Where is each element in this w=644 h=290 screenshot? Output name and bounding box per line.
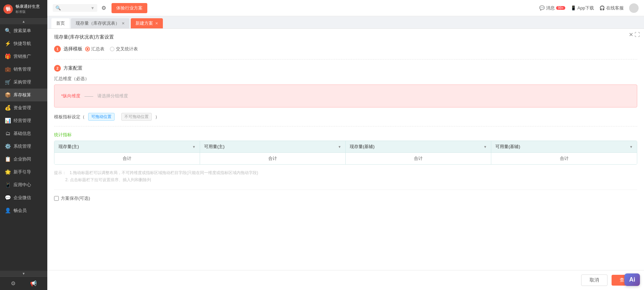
sidebar-item-label: 基础信息 (14, 130, 31, 137)
sidebar-item-apps[interactable]: 📱 应用中心 (0, 178, 47, 191)
sidebar-item-label: 快捷导航 (14, 41, 31, 47)
window-controls: ✕ ⛶ (625, 29, 644, 41)
user-avatar[interactable] (629, 3, 639, 13)
service-btn[interactable]: 🎧 在线客服 (599, 5, 624, 11)
sidebar-item-label: 畅会员 (14, 208, 27, 214)
sidebar-scroll-down[interactable]: ▼ (0, 271, 47, 276)
trial-btn[interactable]: 体验行业方案 (112, 3, 147, 13)
chart-icon: 📊 (5, 118, 11, 124)
tabbar: 首页 现存量（库存状况表） ✕ 新建方案 ✕ (47, 16, 644, 29)
sidebar-item-finance[interactable]: 💰 资金管理 (0, 101, 47, 114)
sidebar-item-label: 企业微信 (14, 195, 31, 201)
hint-2: 2. 点击标题栏下拉可设置排序、插入列和删除列 (54, 177, 637, 183)
box-icon: 📦 (5, 92, 11, 98)
sidebar-item-label: 资金管理 (14, 105, 31, 111)
cart-icon: 🛒 (5, 79, 11, 85)
sidebar-scroll-up[interactable]: ▲ (0, 19, 47, 24)
search-chevron-icon[interactable]: ▼ (91, 6, 95, 10)
star-icon: 🌟 (5, 169, 11, 175)
settings-footer-icon[interactable]: ⚙ (11, 280, 16, 287)
sidebar-item-shortcut[interactable]: ⚡ 快捷导航 (0, 37, 47, 50)
dimension-placeholder: 请选择分组维度 (97, 93, 128, 99)
col4-label: 可用量(基辅) (495, 144, 520, 150)
radio-summary-label: 汇总表 (91, 46, 104, 52)
tab-home[interactable]: 首页 (51, 18, 70, 28)
gift-icon: 🎁 (5, 53, 11, 59)
sidebar-item-inventory[interactable]: 📦 库存核算 (0, 89, 47, 101)
radio-summary[interactable]: 汇总表 (85, 46, 104, 52)
sidebar-item-wechat[interactable]: 💬 企业微信 (0, 191, 47, 204)
sidebar-item-contract[interactable]: 📋 企业协同 (0, 153, 47, 166)
tab-new-scheme[interactable]: 新建方案 ✕ (131, 18, 163, 28)
speaker-icon[interactable]: 📢 (30, 280, 37, 287)
content-area: ✕ ⛶ 现存量(库存状况表)方案设置 1 选择模板 汇总表 交叉统计表 (47, 29, 644, 270)
search-magnifier-icon: 🔍 (55, 5, 61, 10)
indicator-end: ） (155, 114, 159, 120)
save-label: 方案保存(可选) (61, 195, 90, 201)
sidebar-item-purchase[interactable]: 🛒 采购管理 (0, 76, 47, 89)
indicator-fixed: 不可拖动位置 (121, 113, 152, 121)
message-label: 消息 (546, 5, 555, 11)
metrics-col-3-header[interactable]: 现存量(基辅) ▼ (346, 141, 491, 152)
service-label: 在线客服 (606, 5, 624, 11)
topbar-search-box[interactable]: 🔍 ▼ (53, 4, 97, 12)
app-download-btn[interactable]: 📱 App下载 (571, 5, 594, 11)
sidebar-item-label: 营销推广 (14, 53, 31, 59)
sidebar: 畅 畅康通好生意 标准版 ▲ 🔍 搜索菜单 ⚡ 快捷导航 🎁 营销推广 💼 销售… (0, 0, 47, 290)
topbar-gear-icon[interactable]: ⚙ (101, 5, 106, 11)
sidebar-nav: 🔍 搜索菜单 ⚡ 快捷导航 🎁 营销推广 💼 销售管理 🛒 采购管理 📦 库存核… (0, 24, 47, 271)
radio-cross[interactable]: 交叉统计表 (110, 46, 138, 52)
hint-1: 提示： 1.拖动标题栏可以调整布局，不可跨维度或指标区域拖动栏目字段(只能在同一… (54, 170, 637, 176)
metrics-col-2-header[interactable]: 可用量(主) ▼ (200, 141, 346, 152)
step1-section: 1 选择模板 汇总表 交叉统计表 (54, 46, 637, 52)
sidebar-item-mgmt[interactable]: 📊 经营管理 (0, 114, 47, 127)
col4-chevron-icon[interactable]: ▼ (629, 145, 633, 149)
dimension-box[interactable]: *纵向维度 —— 请选择分组维度 (54, 84, 637, 107)
metrics-col-4: 可用量(基辅) ▼ 合计 (491, 141, 637, 164)
col3-chevron-icon[interactable]: ▼ (484, 145, 487, 149)
col3-label: 现存量(基辅) (350, 144, 375, 150)
gear-icon: ⚙️ (5, 143, 11, 149)
col3-body: 合计 (346, 152, 491, 164)
radio-summary-dot (85, 47, 90, 51)
message-btn[interactable]: 💬 消息 99+ (539, 5, 565, 11)
sidebar-item-label: 搜索菜单 (14, 28, 31, 34)
divider-2 (54, 126, 637, 126)
template-radio-group: 汇总表 交叉统计表 (85, 46, 138, 52)
col1-chevron-icon[interactable]: ▼ (192, 145, 196, 149)
search-input[interactable] (62, 6, 89, 10)
col2-body: 合计 (200, 152, 346, 164)
ai-badge[interactable]: Ai (624, 273, 640, 286)
sidebar-footer: ⚙ 📢 (0, 276, 47, 290)
metrics-col-4-header[interactable]: 可用量(基辅) ▼ (491, 141, 637, 152)
save-checkbox[interactable] (54, 196, 59, 201)
dimension-dash: —— (84, 94, 93, 99)
close-window-icon[interactable]: ✕ (629, 31, 633, 38)
tab-new-scheme-close[interactable]: ✕ (155, 21, 158, 26)
cancel-button[interactable]: 取消 (581, 274, 608, 286)
col2-chevron-icon[interactable]: ▼ (338, 145, 341, 149)
tab-inventory[interactable]: 现存量（库存状况表） ✕ (71, 18, 129, 28)
sidebar-item-sales[interactable]: 💼 销售管理 (0, 63, 47, 76)
sidebar-item-marketing[interactable]: 🎁 营销推广 (0, 50, 47, 63)
chat-icon: 💬 (5, 195, 11, 201)
sidebar-item-label: 新手引导 (14, 169, 31, 175)
sidebar-item-search[interactable]: 🔍 搜索菜单 (0, 24, 47, 37)
sidebar-item-newbie[interactable]: 🌟 新手引导 (0, 166, 47, 178)
sidebar-item-system[interactable]: ⚙️ 系统管理 (0, 140, 47, 153)
sidebar-item-basic[interactable]: 🗂 基础信息 (0, 127, 47, 140)
phone-icon: 📱 (5, 182, 11, 188)
radio-cross-dot (110, 47, 115, 51)
dimension-required: *纵向维度 (61, 93, 80, 99)
expand-window-icon[interactable]: ⛶ (635, 32, 640, 38)
sidebar-item-member[interactable]: 👤 畅会员 (0, 204, 47, 217)
tab-inventory-close[interactable]: ✕ (122, 21, 125, 26)
radio-cross-label: 交叉统计表 (116, 46, 138, 52)
app-download-label: App下载 (577, 5, 594, 11)
main-area: 🔍 ▼ ⚙ 体验行业方案 💬 消息 99+ 📱 App下载 🎧 在线客服 (47, 0, 644, 290)
template-indicator: 模板指标设定（ 可拖动位置 不可拖动位置 ） (54, 113, 637, 121)
hint-section: 提示： 1.拖动标题栏可以调整布局，不可跨维度或指标区域拖动栏目字段(只能在同一… (54, 170, 637, 183)
save-section: 方案保存(可选) (54, 190, 637, 201)
app-logo-icon: 畅 (3, 4, 13, 14)
metrics-col-1-header[interactable]: 现存量(主) ▼ (54, 141, 200, 152)
